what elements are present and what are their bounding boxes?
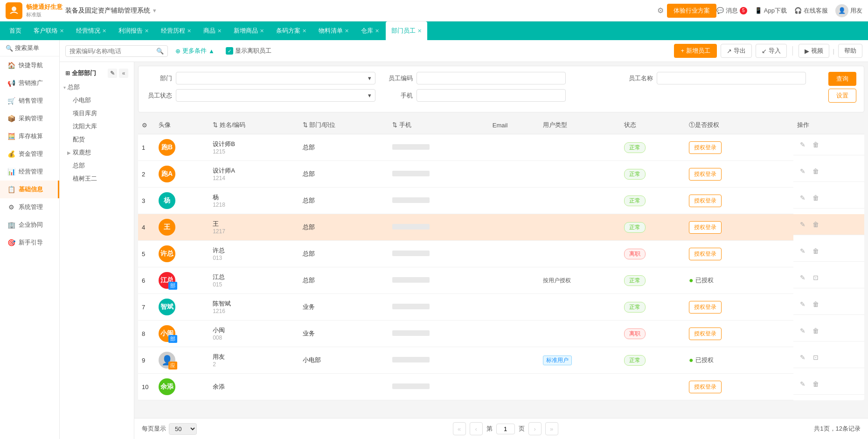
sidebar-item-quick-nav[interactable]: 🏠 快捷导航 xyxy=(0,56,59,74)
delete-button[interactable]: 🗑 xyxy=(810,192,821,203)
tree-item-double-deer[interactable]: ▶ 双鹿想 xyxy=(60,146,134,159)
sidebar-item-purchase[interactable]: 📦 采购管理 xyxy=(0,110,59,127)
tree-item-small-elec[interactable]: 小电部 xyxy=(60,94,134,107)
edit-button[interactable]: ✎ xyxy=(797,325,808,336)
emp-name-input[interactable] xyxy=(657,72,806,84)
first-page-button[interactable]: « xyxy=(453,422,466,435)
close-icon[interactable]: ✕ xyxy=(187,28,191,34)
phone-input[interactable] xyxy=(417,89,566,102)
delete-button[interactable]: 🗑 xyxy=(810,219,821,230)
edit-button[interactable]: ✎ xyxy=(797,166,808,177)
help-button[interactable]: 帮助 xyxy=(838,44,862,58)
dropdown-arrow-icon[interactable]: ▾ xyxy=(153,7,156,14)
export-button[interactable]: ↗ 导出 xyxy=(721,44,752,58)
close-icon[interactable]: ✕ xyxy=(375,28,379,34)
copy-button[interactable]: ⊡ xyxy=(810,272,821,283)
sidebar-item-sales[interactable]: 🛒 销售管理 xyxy=(0,92,59,110)
auth-login-button[interactable]: 授权登录 xyxy=(689,328,722,340)
delete-button[interactable]: 🗑 xyxy=(810,325,821,336)
tree-item-headquarter[interactable]: ▾ 总部 xyxy=(60,81,134,94)
nav-item-employees[interactable]: 部门员工✕ xyxy=(386,21,427,40)
set-button[interactable]: 设置 xyxy=(828,89,856,103)
settings-icon[interactable]: ⚙ xyxy=(142,122,147,129)
edit-button[interactable]: ✎ xyxy=(797,219,808,230)
nav-item-add-goods[interactable]: 新增商品✕ xyxy=(228,21,270,40)
online-service-button[interactable]: 🎧 在线客服 xyxy=(794,7,828,15)
delete-button[interactable]: 🗑 xyxy=(810,378,821,390)
sidebar-search[interactable]: 🔍 搜索菜单 xyxy=(0,40,59,56)
delete-button[interactable]: 🗑 xyxy=(810,245,821,257)
edit-button[interactable]: ✎ xyxy=(797,272,808,283)
video-button[interactable]: ▶ 视频 xyxy=(799,44,829,58)
close-icon[interactable]: ✕ xyxy=(302,28,306,34)
nav-item-goods[interactable]: 商品✕ xyxy=(198,21,227,40)
tree-item-plant-king[interactable]: 植树王二 xyxy=(60,172,134,185)
edit-button[interactable]: ✎ xyxy=(797,299,808,310)
close-icon[interactable]: ✕ xyxy=(60,28,64,34)
tree-item-hq[interactable]: 总部 xyxy=(60,159,134,172)
show-inactive-toggle[interactable]: ✓ 显示离职员工 xyxy=(222,45,275,57)
page-size-select[interactable]: 50 100 200 xyxy=(169,423,197,435)
nav-item-profit[interactable]: 利润报告✕ xyxy=(113,21,154,40)
sidebar-item-operation[interactable]: 📊 经营管理 xyxy=(0,163,59,181)
emp-code-input[interactable] xyxy=(417,72,566,84)
nav-item-history[interactable]: 经营历程✕ xyxy=(155,21,197,40)
close-icon[interactable]: ✕ xyxy=(145,28,149,34)
tree-item-distribution[interactable]: 配货 xyxy=(60,133,134,146)
dept-select[interactable]: ▾ xyxy=(176,72,375,84)
more-conditions-button[interactable]: ⊕ 更多条件 ▲ xyxy=(172,45,218,57)
sidebar-item-system[interactable]: ⚙ 系统管理 xyxy=(0,198,59,216)
delete-button[interactable]: 🗑 xyxy=(810,299,821,310)
search-submit-icon[interactable]: 🔍 xyxy=(156,48,164,55)
add-employee-button[interactable]: + 新增员工 xyxy=(674,44,716,58)
sidebar-item-marketing[interactable]: 📢 营销推广 xyxy=(0,74,59,92)
auth-login-button[interactable]: 授权登录 xyxy=(689,248,722,260)
nav-item-bom[interactable]: 物料清单✕ xyxy=(313,21,354,40)
import-button[interactable]: ↙ 导入 xyxy=(756,44,787,58)
status-select[interactable]: ▾ xyxy=(176,89,375,102)
close-icon[interactable]: ✕ xyxy=(217,28,222,34)
edit-button[interactable]: ✎ xyxy=(797,192,808,203)
edit-button[interactable]: ✎ xyxy=(797,378,808,390)
prev-page-button[interactable]: ‹ xyxy=(470,422,483,435)
nav-item-operation[interactable]: 经营情况✕ xyxy=(70,21,112,40)
close-icon[interactable]: ✕ xyxy=(345,28,349,34)
close-icon[interactable]: ✕ xyxy=(260,28,264,34)
tree-collapse-button[interactable]: « xyxy=(119,69,128,78)
tree-item-shenyang[interactable]: 沈阳大库 xyxy=(60,120,134,133)
next-page-button[interactable]: › xyxy=(528,422,542,435)
edit-button[interactable]: ✎ xyxy=(797,245,808,257)
last-page-button[interactable]: » xyxy=(545,422,558,435)
sidebar-item-corp[interactable]: 🏢 企业协同 xyxy=(0,216,59,234)
auth-login-button[interactable]: 授权登录 xyxy=(689,141,722,154)
tree-edit-button[interactable]: ✎ xyxy=(108,69,117,78)
auth-login-button[interactable]: 授权登录 xyxy=(689,381,722,393)
nav-item-barcode[interactable]: 条码方案✕ xyxy=(271,21,312,40)
sidebar-item-inventory[interactable]: 🧮 库存核算 xyxy=(0,127,59,145)
auth-login-button[interactable]: 授权登录 xyxy=(689,301,722,314)
sidebar-item-finance[interactable]: 💰 资金管理 xyxy=(0,145,59,163)
edit-button[interactable]: ✎ xyxy=(797,139,808,150)
close-icon[interactable]: ✕ xyxy=(102,28,106,34)
message-button[interactable]: 💬 消息 5 xyxy=(716,7,747,15)
user-menu[interactable]: 👤 用友 xyxy=(835,4,862,17)
trial-button[interactable]: 体验行业方案 xyxy=(667,4,716,18)
auth-login-button[interactable]: 授权登录 xyxy=(689,221,722,234)
query-button[interactable]: 查询 xyxy=(828,72,856,86)
edit-button[interactable]: ✎ xyxy=(797,352,808,363)
search-input[interactable] xyxy=(69,48,154,55)
nav-item-customer[interactable]: 客户联络✕ xyxy=(28,21,69,40)
close-icon[interactable]: ✕ xyxy=(417,28,422,34)
sidebar-item-guide[interactable]: 🎯 新手引导 xyxy=(0,234,59,251)
copy-button[interactable]: ⊡ xyxy=(810,352,821,363)
nav-item-home[interactable]: 首页 xyxy=(4,21,27,40)
tree-item-project[interactable]: 项目库房 xyxy=(60,107,134,120)
auth-login-button[interactable]: 授权登录 xyxy=(689,168,722,181)
app-download-button[interactable]: 📱 App下载 xyxy=(755,7,787,15)
delete-button[interactable]: 🗑 xyxy=(810,166,821,177)
page-number-input[interactable] xyxy=(496,424,515,434)
sidebar-item-basic[interactable]: 📋 基础信息 xyxy=(0,181,59,198)
nav-item-warehouse[interactable]: 仓库✕ xyxy=(355,21,385,40)
delete-button[interactable]: 🗑 xyxy=(810,139,821,150)
gear-button[interactable]: ⚙ xyxy=(654,4,667,17)
